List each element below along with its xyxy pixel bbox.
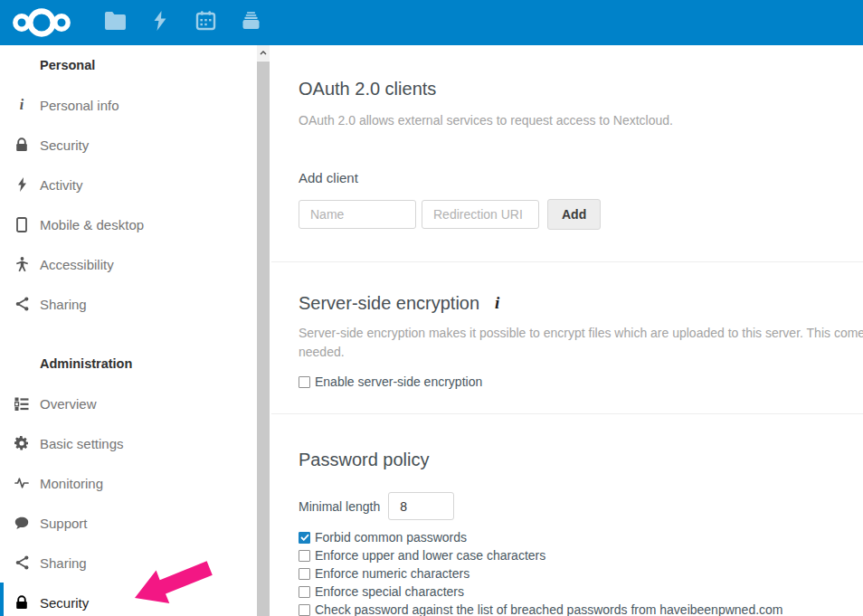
info-icon: i: [14, 98, 29, 112]
scrollbar-up-button[interactable]: [257, 45, 270, 61]
enforce-numeric-row[interactable]: Enforce numeric characters: [299, 564, 863, 583]
minimal-length-input[interactable]: [388, 492, 454, 520]
sidebar-item-security-admin[interactable]: Security: [0, 583, 271, 616]
sidebar-section-personal: Personal: [0, 45, 271, 85]
encryption-description: Server-side encryption makes it possible…: [299, 324, 863, 362]
sidebar-item-label: Basic settings: [40, 436, 124, 451]
sidebar-item-support[interactable]: Support: [0, 503, 271, 543]
redirection-uri-input[interactable]: [422, 200, 539, 229]
info-icon[interactable]: i: [495, 293, 499, 313]
checkbox-label: Enforce numeric characters: [315, 566, 469, 581]
sidebar-item-label: Personal info: [40, 98, 119, 113]
checkmark-icon: [300, 534, 309, 541]
sidebar-item-label: Mobile & desktop: [40, 217, 144, 232]
checkbox-label: Check password against the list of breac…: [315, 602, 783, 616]
sidebar-item-accessibility[interactable]: Accessibility: [0, 244, 271, 284]
password-policy-title: Password policy: [299, 447, 863, 472]
sidebar-scrollbar[interactable]: [257, 45, 270, 616]
nextcloud-logo[interactable]: [11, 0, 72, 45]
folder-icon: [104, 11, 127, 34]
deck-icon: [240, 10, 262, 35]
sidebar-item-label: Sharing: [40, 555, 87, 571]
checkbox[interactable]: [299, 550, 310, 562]
section-title: Personal: [40, 58, 95, 72]
client-name-input[interactable]: [299, 200, 416, 229]
oauth-description: OAuth 2.0 allows external services to re…: [299, 112, 863, 129]
sidebar-item-label: Security: [40, 595, 89, 611]
chevron-up-icon: [260, 51, 267, 55]
checkbox[interactable]: [299, 568, 310, 580]
sidebar-item-sharing-personal[interactable]: Sharing: [0, 284, 271, 324]
phone-icon: [14, 217, 29, 232]
minimal-length-label: Minimal length: [299, 499, 380, 514]
sidebar-item-label: Monitoring: [40, 476, 103, 491]
checkbox[interactable]: [299, 376, 310, 388]
activity-app-button[interactable]: [138, 0, 183, 45]
add-client-form: Add: [299, 199, 863, 230]
chat-bubble-icon: [14, 516, 29, 530]
sidebar-item-activity[interactable]: Activity: [0, 165, 271, 204]
encryption-description-line1: Server-side encryption makes it possible…: [299, 324, 863, 343]
share-icon: [14, 555, 29, 570]
checkbox[interactable]: [299, 532, 310, 544]
lightning-icon: [14, 177, 29, 192]
checkbox-label: Enable server-side encryption: [315, 374, 482, 389]
checkbox[interactable]: [299, 586, 310, 598]
sidebar-item-sharing-admin[interactable]: Sharing: [0, 543, 271, 583]
sidebar-item-label: Support: [40, 516, 88, 531]
lightning-icon: [151, 10, 169, 35]
enforce-special-row[interactable]: Enforce special characters: [299, 583, 863, 601]
files-app-button[interactable]: [92, 0, 138, 45]
calendar-app-button[interactable]: [183, 0, 228, 45]
oauth-section: OAuth 2.0 clients OAuth 2.0 allows exter…: [271, 45, 863, 261]
overview-icon: [14, 396, 29, 411]
add-client-heading: Add client: [299, 169, 863, 187]
sidebar-item-label: Security: [40, 137, 89, 153]
forbid-common-passwords-row[interactable]: Forbid common passwords: [299, 528, 863, 546]
check-breached-passwords-row[interactable]: Check password against the list of breac…: [299, 601, 863, 616]
checkbox[interactable]: [299, 604, 310, 616]
settings-sidebar: Personal i Personal info Security Activi…: [0, 45, 271, 616]
encryption-section: Server-side encryption i Server-side enc…: [271, 261, 863, 413]
enable-encryption-checkbox-row[interactable]: Enable server-side encryption: [299, 374, 863, 390]
section-title: Administration: [40, 356, 132, 371]
lock-icon: [14, 595, 29, 610]
lock-icon: [14, 137, 29, 152]
checkbox-label: Enforce upper and lower case characters: [315, 548, 545, 563]
sidebar-item-basic-settings[interactable]: Basic settings: [0, 423, 271, 463]
sidebar-section-administration: Administration: [0, 344, 271, 384]
encryption-description-line2: needed.: [299, 345, 345, 359]
share-icon: [14, 297, 29, 311]
sidebar-item-personal-info[interactable]: i Personal info: [0, 85, 271, 125]
gear-icon: [14, 436, 29, 450]
sidebar-item-label: Accessibility: [40, 257, 114, 272]
scrollbar-thumb[interactable]: [257, 62, 270, 616]
enforce-upper-lower-row[interactable]: Enforce upper and lower case characters: [299, 546, 863, 564]
sidebar-item-monitoring[interactable]: Monitoring: [0, 463, 271, 503]
add-client-button[interactable]: Add: [547, 199, 601, 230]
sidebar-item-security-personal[interactable]: Security: [0, 125, 271, 165]
monitoring-icon: [14, 476, 29, 490]
checkbox-label: Enforce special characters: [315, 584, 464, 599]
top-header-bar: [0, 0, 863, 45]
sidebar-item-mobile-desktop[interactable]: Mobile & desktop: [0, 204, 271, 244]
deck-app-button[interactable]: [228, 0, 273, 45]
accessibility-icon: [14, 257, 29, 271]
calendar-icon: [194, 10, 217, 35]
sidebar-item-label: Activity: [40, 177, 83, 193]
app-navigation: [92, 0, 273, 45]
encryption-section-title: Server-side encryption: [299, 290, 479, 316]
sidebar-item-label: Overview: [40, 396, 97, 412]
sidebar-item-overview[interactable]: Overview: [0, 384, 271, 423]
settings-content: OAuth 2.0 clients OAuth 2.0 allows exter…: [271, 45, 863, 616]
checkbox-label: Forbid common passwords: [315, 530, 467, 545]
sidebar-item-label: Sharing: [40, 297, 87, 312]
password-policy-section: Password policy Minimal length Forbid co…: [271, 413, 863, 616]
oauth-section-title: OAuth 2.0 clients: [299, 76, 863, 101]
password-policy-checkboxes: Forbid common passwords Enforce upper an…: [299, 528, 863, 616]
minimal-length-row: Minimal length: [299, 492, 863, 520]
